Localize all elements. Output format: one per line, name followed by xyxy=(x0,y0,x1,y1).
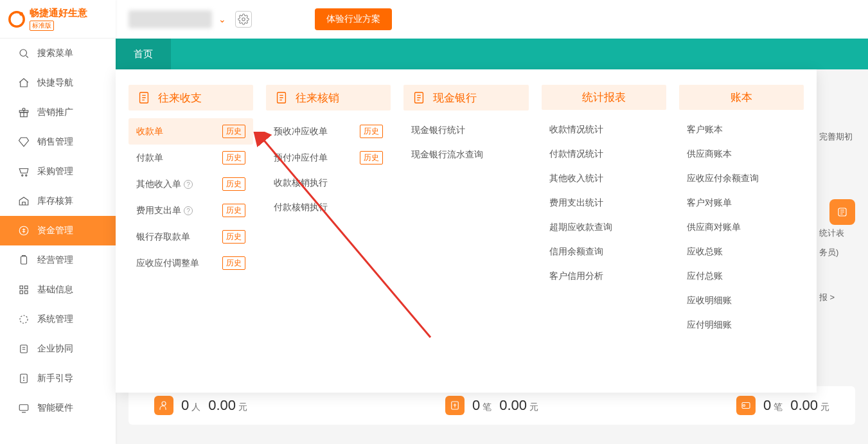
history-tag[interactable]: 历史 xyxy=(222,230,245,244)
menu-item-label: 收款情况统计 xyxy=(549,124,603,136)
sidebar-item-tv[interactable]: 智能硬件 xyxy=(0,393,116,423)
stat-unit: 元 xyxy=(820,402,829,413)
grid-icon xyxy=(18,284,30,296)
mega-menu-item[interactable]: 付款核销执行 xyxy=(266,195,391,220)
svg-point-6 xyxy=(26,175,27,176)
mega-menu-item[interactable]: 应收明细账 xyxy=(679,289,804,313)
mega-menu-item[interactable]: 预付冲应付单历史 xyxy=(266,145,391,171)
mega-menu-item[interactable]: 应收应付调整单历史 xyxy=(128,250,253,276)
history-tag[interactable]: 历史 xyxy=(222,256,245,270)
sidebar-item-warehouse[interactable]: 库存核算 xyxy=(0,186,116,216)
diamond-icon xyxy=(18,136,30,148)
mega-menu-item[interactable]: 应收应付余额查询 xyxy=(679,166,804,191)
svg-point-2 xyxy=(20,49,27,57)
help-icon[interactable]: ? xyxy=(184,180,193,189)
document-icon xyxy=(274,90,289,105)
sidebar-item-clipboard[interactable]: 经营管理 xyxy=(0,245,116,275)
nav-item-label: 搜索菜单 xyxy=(37,48,73,59)
history-tag[interactable]: 历史 xyxy=(222,177,245,191)
floating-action-icon[interactable] xyxy=(829,199,855,225)
mega-menu-item[interactable]: 预收冲应收单历史 xyxy=(266,118,391,145)
store-name-redacted xyxy=(128,10,212,28)
mega-menu-item[interactable]: 付款单历史 xyxy=(128,145,253,171)
mega-menu-item[interactable]: 应收总账 xyxy=(679,240,804,264)
sidebar-item-cart[interactable]: 采购管理 xyxy=(0,157,116,186)
svg-point-5 xyxy=(22,175,23,176)
tab-strip: 首页 xyxy=(116,39,868,69)
nav-item-label: 经营管理 xyxy=(37,254,73,266)
svg-rect-11 xyxy=(20,291,23,294)
history-tag[interactable]: 历史 xyxy=(360,125,383,138)
history-tag[interactable]: 历史 xyxy=(222,204,245,217)
mega-menu-item[interactable]: 银行存取款单历史 xyxy=(128,224,253,250)
tv-icon xyxy=(18,402,30,414)
menu-item-label: 付款单 xyxy=(136,152,163,164)
settings-gear-button[interactable] xyxy=(235,11,252,28)
peek-line: 务员) xyxy=(817,243,868,262)
sidebar-item-guide[interactable]: 新手引导 xyxy=(0,364,116,393)
svg-rect-14 xyxy=(21,345,28,353)
stat-unit: 笔 xyxy=(774,402,783,413)
history-tag[interactable]: 历史 xyxy=(360,151,383,164)
mega-menu-column: 往来收支收款单历史付款单历史其他收入单?历史费用支出单?历史银行存取款单历史应收… xyxy=(122,85,260,377)
tab-home[interactable]: 首页 xyxy=(116,39,171,69)
mega-menu-item[interactable]: 客户对账单 xyxy=(679,191,804,215)
mega-menu-item[interactable]: 其他收入统计 xyxy=(542,166,666,191)
sidebar-item-gift[interactable]: 营销推广 xyxy=(0,98,116,127)
mega-menu-item[interactable]: 供应商对账单 xyxy=(679,215,804,240)
sidebar-item-money[interactable]: 资金管理 xyxy=(0,216,116,245)
industry-plan-button[interactable]: 体验行业方案 xyxy=(315,8,392,30)
mega-menu-item[interactable]: 收款单历史 xyxy=(128,118,253,145)
brand-subtitle: 标准版 xyxy=(30,21,54,31)
mega-menu-item[interactable]: 客户账本 xyxy=(679,118,804,142)
mega-menu-item[interactable]: 费用支出单?历史 xyxy=(128,197,253,224)
mega-menu-item[interactable]: 费用支出统计 xyxy=(542,191,666,215)
mega-menu-item[interactable]: 收款情况统计 xyxy=(542,118,666,142)
menu-item-label: 现金银行流水查询 xyxy=(411,149,483,161)
history-tag[interactable]: 历史 xyxy=(222,151,245,164)
menu-item-label: 客户对账单 xyxy=(687,197,732,209)
sidebar-item-diamond[interactable]: 销售管理 xyxy=(0,127,116,157)
mega-menu-item[interactable]: 信用余额查询 xyxy=(542,240,666,264)
nav-item-label: 营销推广 xyxy=(37,107,73,118)
stat-unit: 元 xyxy=(529,402,538,413)
store-selector[interactable]: ⌄ xyxy=(128,10,296,28)
nav-item-label: 库存核算 xyxy=(37,195,73,207)
stat-icon xyxy=(445,396,465,415)
mega-menu-item[interactable]: 收款核销执行 xyxy=(266,171,391,195)
menu-item-label: 付款核销执行 xyxy=(274,202,328,213)
menu-item-label: 超期应收款查询 xyxy=(549,222,612,233)
mega-menu-item[interactable]: 应付明细账 xyxy=(679,313,804,337)
nav-item-label: 资金管理 xyxy=(37,225,73,236)
column-title: 统计报表 xyxy=(582,90,626,105)
mega-menu-column: 现金银行现金银行统计现金银行流水查询 xyxy=(397,85,535,377)
clipboard-icon xyxy=(18,254,30,266)
stat-unit: 元 xyxy=(238,402,247,413)
sidebar-item-grid[interactable]: 基础信息 xyxy=(0,275,116,305)
menu-item-label: 应收明细账 xyxy=(687,295,732,306)
stat-unit: 人 xyxy=(191,402,200,413)
mega-menu-item[interactable]: 付款情况统计 xyxy=(542,142,666,166)
mega-menu-header: 统计报表 xyxy=(542,85,666,110)
svg-rect-8 xyxy=(21,256,27,264)
history-tag[interactable]: 历史 xyxy=(222,125,245,138)
sidebar-item-search[interactable]: 搜索菜单 xyxy=(0,39,116,68)
mega-menu-item[interactable]: 超期应收款查询 xyxy=(542,215,666,240)
mega-menu-item[interactable]: 现金银行统计 xyxy=(403,118,528,143)
mega-menu-item[interactable]: 现金银行流水查询 xyxy=(403,143,528,167)
sidebar-item-collab[interactable]: 企业协同 xyxy=(0,334,116,364)
mega-menu-item[interactable]: 应付总账 xyxy=(679,264,804,289)
sidebar-item-home[interactable]: 快捷导航 xyxy=(0,68,116,98)
nav-item-label: 采购管理 xyxy=(37,166,73,177)
menu-item-label: 客户信用分析 xyxy=(549,271,603,282)
collab-icon xyxy=(18,343,30,355)
column-title: 往来核销 xyxy=(296,91,339,105)
mega-menu-item[interactable]: 供应商账本 xyxy=(679,142,804,166)
sidebar-item-settings[interactable]: 系统管理 xyxy=(0,305,116,334)
menu-item-label: 应付总账 xyxy=(687,271,723,282)
help-icon[interactable]: ? xyxy=(184,206,193,215)
mega-menu-item[interactable]: 客户信用分析 xyxy=(542,264,666,289)
mega-menu-item[interactable]: 其他收入单?历史 xyxy=(128,171,253,197)
stat-value: 0 xyxy=(181,397,189,414)
nav-list: 搜索菜单快捷导航营销推广销售管理采购管理库存核算资金管理经营管理基础信息系统管理… xyxy=(0,39,116,444)
